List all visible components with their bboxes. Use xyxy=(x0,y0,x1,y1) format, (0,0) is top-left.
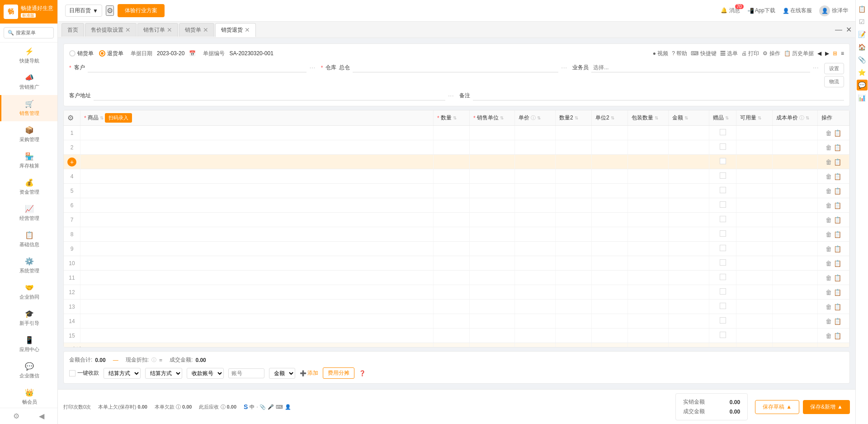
right-sidebar-icon-5[interactable]: 📎 xyxy=(857,54,868,65)
product-cell[interactable] xyxy=(80,256,434,271)
tab-delivery[interactable]: 销货单 ✕ xyxy=(179,23,214,37)
window-close-button[interactable]: ✕ xyxy=(846,25,852,34)
gift-cell[interactable] xyxy=(709,285,736,300)
copy-row-button[interactable]: 📋 xyxy=(834,245,841,252)
gift-cell[interactable] xyxy=(709,300,736,314)
product-cell[interactable] xyxy=(80,285,434,300)
sidebar-item-operations[interactable]: 📈 经营管理 xyxy=(0,200,57,226)
tab-close-return[interactable]: ✕ xyxy=(245,26,250,33)
cost-cell[interactable] xyxy=(773,285,818,300)
available-cell[interactable] xyxy=(736,300,773,314)
unit-cell[interactable] xyxy=(470,329,515,343)
delete-row-button[interactable]: 🗑 xyxy=(826,144,832,151)
right-sidebar-icon-4[interactable]: 🏠 xyxy=(857,42,868,52)
delete-row-button[interactable]: 🗑 xyxy=(826,202,832,209)
copy-row-button[interactable]: 📋 xyxy=(834,187,841,195)
tab-price-settings[interactable]: 售价提取设置 ✕ xyxy=(85,23,137,37)
delete-row-button[interactable]: 🗑 xyxy=(826,158,832,166)
qty2-cell[interactable] xyxy=(556,329,592,343)
unit2-cell[interactable] xyxy=(592,213,628,227)
qty2-cell[interactable] xyxy=(556,300,592,314)
cost-cell[interactable] xyxy=(773,213,818,227)
window-minimize-button[interactable]: — xyxy=(835,25,842,34)
qty2-cell[interactable] xyxy=(556,140,592,155)
qty2-cell[interactable] xyxy=(556,256,592,271)
right-sidebar-icon-1[interactable]: 📋 xyxy=(857,4,868,14)
right-sidebar-icon-2[interactable]: ☑ xyxy=(857,16,868,27)
sidebar-item-sales[interactable]: 🛒 销售管理 xyxy=(0,95,57,121)
unit2-cell[interactable] xyxy=(592,198,628,213)
qty2-cell[interactable] xyxy=(556,242,592,256)
delete-row-button[interactable]: 🗑 xyxy=(826,289,832,296)
pack-qty-cell[interactable] xyxy=(628,285,669,300)
shortcut-link[interactable]: ⌨ 快捷键 xyxy=(691,50,716,57)
unit-cell[interactable] xyxy=(470,256,515,271)
history-link[interactable]: 📋 历史单据 xyxy=(784,50,814,57)
available-cell[interactable] xyxy=(736,155,773,169)
amount-cell[interactable] xyxy=(669,184,709,198)
price-cell[interactable] xyxy=(515,184,556,198)
grid-view-icon[interactable]: ⊞ xyxy=(833,50,837,57)
gift-cell[interactable] xyxy=(709,140,736,155)
amount-cell[interactable] xyxy=(669,198,709,213)
price-cell[interactable] xyxy=(515,169,556,184)
qty-cell[interactable] xyxy=(434,198,470,213)
product-cell[interactable] xyxy=(80,155,434,169)
right-sidebar-icon-3[interactable]: 📝 xyxy=(857,29,868,40)
unit2-cell[interactable] xyxy=(592,184,628,198)
product-cell[interactable] xyxy=(80,242,434,256)
price-cell[interactable] xyxy=(515,213,556,227)
price-cell[interactable] xyxy=(515,242,556,256)
notification-bell[interactable]: 🔔 70 消息 xyxy=(721,7,740,14)
amount-cell[interactable] xyxy=(669,227,709,242)
copy-row-button[interactable]: 📋 xyxy=(834,274,841,281)
unit-cell[interactable] xyxy=(470,227,515,242)
user-profile[interactable]: 👤 徐泽华 xyxy=(819,5,848,16)
warehouse-select-dots[interactable]: ··· xyxy=(561,64,567,72)
qty-cell[interactable] xyxy=(434,140,470,155)
tab-close-price[interactable]: ✕ xyxy=(125,26,131,33)
qty-cell[interactable] xyxy=(434,300,470,314)
qty2-cell[interactable] xyxy=(556,213,592,227)
available-cell[interactable] xyxy=(736,140,773,155)
qty2-cell[interactable] xyxy=(556,198,592,213)
unit-cell[interactable] xyxy=(470,213,515,227)
tab-sales-order[interactable]: 销售订单 ✕ xyxy=(137,23,178,37)
qty2-cell[interactable] xyxy=(556,227,592,242)
available-cell[interactable] xyxy=(736,227,773,242)
add-row-button[interactable]: + xyxy=(67,157,76,167)
next-icon[interactable]: ▶ xyxy=(825,50,829,57)
cost-cell[interactable] xyxy=(773,140,818,155)
setup-button[interactable]: 设置 xyxy=(824,63,844,74)
price-cell[interactable] xyxy=(515,155,556,169)
unit-cell[interactable] xyxy=(470,198,515,213)
pack-qty-cell[interactable] xyxy=(628,184,669,198)
price-cell[interactable] xyxy=(515,300,556,314)
unit2-cell[interactable] xyxy=(592,169,628,184)
cost-cell[interactable] xyxy=(773,155,818,169)
cost-cell[interactable] xyxy=(773,169,818,184)
qty-cell[interactable] xyxy=(434,126,470,140)
available-cell[interactable] xyxy=(736,242,773,256)
unit2-cell[interactable] xyxy=(592,329,628,343)
gift-checkbox[interactable] xyxy=(720,187,726,193)
remark-input[interactable] xyxy=(473,91,844,100)
qty-cell[interactable] xyxy=(434,169,470,184)
product-cell[interactable] xyxy=(80,314,434,329)
gift-checkbox[interactable] xyxy=(720,303,726,309)
scan-button[interactable]: 扫码录入 xyxy=(105,113,132,123)
radio-return-bill[interactable]: 退货单 xyxy=(99,50,123,57)
pack-qty-cell[interactable] xyxy=(628,198,669,213)
save-draft-button[interactable]: 保存草稿 ▲ xyxy=(755,400,799,414)
sidebar-settings-button[interactable]: ⚙ xyxy=(13,412,19,420)
sidebar-item-inventory[interactable]: 🏪 库存核算 xyxy=(0,148,57,174)
unit2-cell[interactable] xyxy=(592,256,628,271)
calendar-icon[interactable]: 📅 xyxy=(189,50,196,57)
expense-help-icon[interactable]: ❓ xyxy=(359,370,366,376)
qty2-cell[interactable] xyxy=(556,285,592,300)
amount-cell[interactable] xyxy=(669,314,709,329)
price-cell[interactable] xyxy=(515,285,556,300)
copy-row-button[interactable]: 📋 xyxy=(834,303,841,310)
delete-row-button[interactable]: 🗑 xyxy=(826,318,832,325)
list-view-icon[interactable]: ≡ xyxy=(841,50,844,57)
